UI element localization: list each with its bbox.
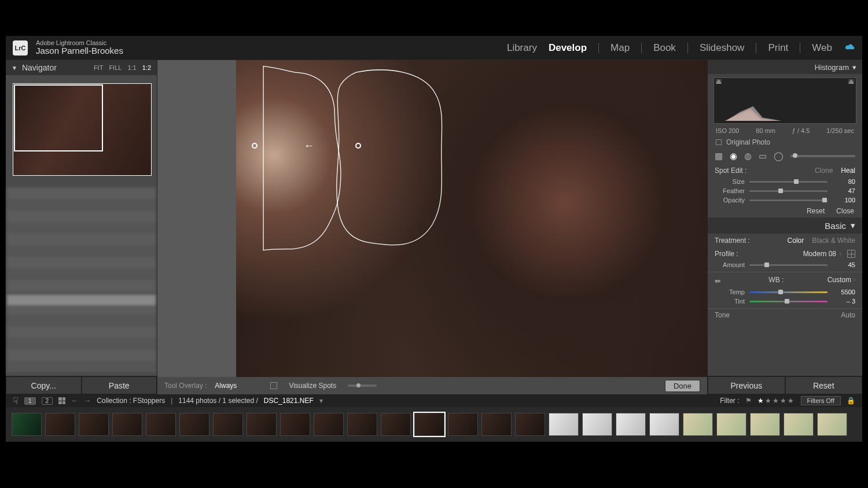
filmstrip-thumb[interactable] <box>414 413 444 436</box>
filmstrip-thumb[interactable] <box>649 413 679 436</box>
opacity-slider[interactable] <box>749 199 827 201</box>
filmstrip-thumb[interactable] <box>481 413 512 436</box>
amount-slider[interactable] <box>749 264 827 266</box>
filters-off-dropdown[interactable]: Filters Off <box>801 396 841 405</box>
nav-back-icon[interactable]: ← <box>71 397 78 405</box>
zoom-fill[interactable]: FILL <box>109 64 122 71</box>
nav-fwd-icon[interactable]: → <box>84 397 91 405</box>
module-develop[interactable]: Develop <box>549 42 587 54</box>
feather-label: Feather <box>715 187 745 194</box>
histogram-label: Histogram <box>815 63 849 72</box>
main-view-button[interactable]: 1 <box>24 397 36 405</box>
tone-label: Tone <box>715 311 730 319</box>
module-map[interactable]: Map <box>610 42 630 54</box>
photo-preview <box>236 60 707 377</box>
redeye-tool-icon[interactable]: ◍ <box>744 151 752 161</box>
filmstrip-thumb[interactable] <box>448 413 478 436</box>
filmstrip-thumb[interactable] <box>381 413 411 436</box>
tint-slider[interactable] <box>749 301 827 302</box>
chevron-icon[interactable]: ⦂ <box>854 276 855 284</box>
radial-tool-icon[interactable]: ◯ <box>774 151 784 161</box>
collections-list[interactable] <box>7 187 156 372</box>
tool-overlay-value[interactable]: Always <box>215 382 237 390</box>
filmstrip-thumb[interactable] <box>314 413 344 436</box>
temp-slider[interactable] <box>749 291 827 293</box>
filmstrip-thumb[interactable] <box>179 413 209 436</box>
basic-panel-label[interactable]: Basic <box>825 221 846 231</box>
zoom-fit[interactable]: FIT <box>94 64 104 71</box>
filmstrip-thumb[interactable] <box>112 413 142 436</box>
module-web[interactable]: Web <box>812 42 832 54</box>
visualize-threshold-slider[interactable] <box>348 385 377 387</box>
filmstrip-thumb[interactable] <box>817 413 847 436</box>
size-slider[interactable] <box>749 181 827 183</box>
filmstrip-thumb[interactable] <box>582 413 612 436</box>
tool-size-slider[interactable] <box>790 155 855 157</box>
profile-value[interactable]: Modern 08 <box>803 250 836 258</box>
cloud-sync-icon[interactable] <box>844 42 855 54</box>
filmstrip-thumb[interactable] <box>784 413 814 436</box>
visualize-spots-checkbox[interactable] <box>270 382 277 389</box>
image-canvas[interactable]: ← <box>157 60 707 377</box>
copy-button[interactable]: Copy... <box>6 376 82 394</box>
histogram-header[interactable]: Histogram ▾ <box>708 60 862 74</box>
chevron-icon[interactable]: ⦂ <box>840 250 841 258</box>
filmstrip-thumb[interactable] <box>213 413 243 436</box>
heal-mode[interactable]: Heal <box>841 167 855 175</box>
feather-slider[interactable] <box>749 190 827 192</box>
module-print[interactable]: Print <box>768 42 788 54</box>
treatment-label: Treatment : <box>715 236 750 245</box>
crop-tool-icon[interactable]: ▦ <box>715 151 723 161</box>
grid-view-icon[interactable] <box>58 397 65 404</box>
zoom-1to2[interactable]: 1:2 <box>142 64 151 71</box>
tool-strip: ▦ ◉ ◍ ▭ ◯ <box>708 148 862 164</box>
navigator-header[interactable]: ▼ Navigator FIT FILL 1:1 1:2 <box>6 60 157 75</box>
auto-tone-button[interactable]: Auto <box>841 311 855 319</box>
paste-button[interactable]: Paste <box>82 376 157 394</box>
treatment-bw[interactable]: Black & White <box>812 236 855 245</box>
pointer-icon[interactable]: ☟ <box>13 395 19 406</box>
flag-filter-icon[interactable]: ⚑ <box>745 397 752 405</box>
wb-value[interactable]: Custom <box>827 276 851 284</box>
filmstrip-thumb[interactable] <box>146 413 176 436</box>
filmstrip-thumb[interactable] <box>280 413 310 436</box>
filmstrip-thumb[interactable] <box>549 413 579 436</box>
spot-edit-label: Spot Edit : <box>715 167 746 175</box>
eyedropper-icon[interactable]: ✎ <box>713 273 727 287</box>
filmstrip-thumb[interactable] <box>45 413 75 436</box>
filmstrip-thumb[interactable] <box>12 413 42 436</box>
module-library[interactable]: Library <box>507 42 537 54</box>
treatment-color[interactable]: Color <box>788 236 804 245</box>
navigator-thumbnail[interactable] <box>13 83 152 176</box>
filmstrip-thumb[interactable] <box>515 413 545 436</box>
filmstrip-thumb[interactable] <box>347 413 377 436</box>
filmstrip-thumb[interactable] <box>79 413 109 436</box>
filter-label: Filter : <box>720 397 739 405</box>
spot-removal-tool-icon[interactable]: ◉ <box>730 151 737 161</box>
filmstrip-thumb[interactable] <box>616 413 646 436</box>
collection-label[interactable]: Collection : FStoppers <box>97 397 165 405</box>
filmstrip[interactable] <box>6 407 862 442</box>
module-slideshow[interactable]: Slideshow <box>700 42 745 54</box>
original-photo-checkbox[interactable] <box>716 139 722 145</box>
spot-reset[interactable]: Reset <box>807 207 825 215</box>
histogram[interactable] <box>713 77 856 124</box>
previous-button[interactable]: Previous <box>708 376 785 394</box>
clone-mode[interactable]: Clone <box>815 167 833 175</box>
rating-filter[interactable]: ★★★★★ <box>757 397 795 405</box>
filmstrip-thumb[interactable] <box>247 413 277 436</box>
secondary-view-button[interactable]: 2 <box>42 397 53 405</box>
spot-close[interactable]: Close <box>836 207 854 215</box>
shadow-clip-icon[interactable] <box>716 79 722 84</box>
reset-button[interactable]: Reset <box>785 376 863 394</box>
zoom-1to1[interactable]: 1:1 <box>127 64 136 71</box>
profile-browser-icon[interactable] <box>847 250 855 258</box>
gradient-tool-icon[interactable]: ▭ <box>759 151 767 161</box>
highlight-clip-icon[interactable] <box>848 79 854 84</box>
filmstrip-thumb[interactable] <box>716 413 746 436</box>
done-button[interactable]: Done <box>665 380 700 392</box>
filmstrip-thumb[interactable] <box>750 413 780 436</box>
filter-lock-icon[interactable]: 🔒 <box>847 397 855 405</box>
module-book[interactable]: Book <box>653 42 676 54</box>
filmstrip-thumb[interactable] <box>683 413 713 436</box>
